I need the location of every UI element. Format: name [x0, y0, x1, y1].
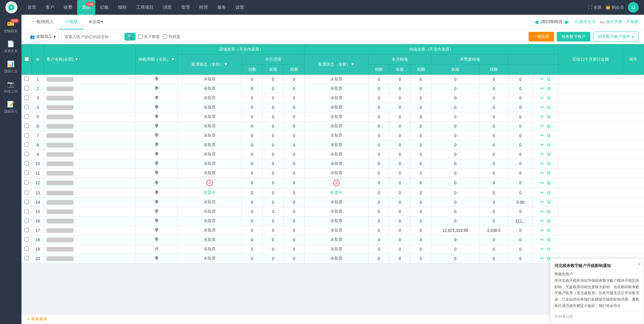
copy-action-icon[interactable]: ⧉ [547, 199, 550, 205]
edit-action-icon[interactable]: ✏ [540, 105, 544, 110]
row-checkbox-cell[interactable] [22, 112, 32, 122]
edit-action-icon[interactable]: ✏ [540, 209, 544, 214]
nav-operation[interactable]: 经营 [195, 0, 213, 15]
row-checkbox[interactable] [24, 161, 29, 166]
row-checkbox[interactable] [24, 114, 29, 119]
sub-account-checkbox-label[interactable]: 名下账套 [138, 34, 160, 40]
member-button[interactable]: 👑 购会员 [605, 5, 624, 10]
row-checkbox-cell[interactable] [22, 122, 32, 131]
copy-action-icon[interactable]: ⧉ [547, 123, 550, 129]
nav-tax[interactable]: 报税 [113, 0, 131, 15]
row-checkbox-cell[interactable] [22, 131, 32, 140]
row-checkbox-cell[interactable] [22, 75, 32, 84]
nav-tickets[interactable]: 票据 new [77, 0, 95, 15]
row-checkbox-cell[interactable] [22, 226, 32, 235]
sub-account-checkbox[interactable] [138, 35, 143, 39]
sidebar-item-invoice-open[interactable]: 📄 发票开具 [1, 38, 20, 56]
copy-action-icon[interactable]: ⧉ [547, 105, 550, 110]
edit-action-icon[interactable]: ✏ [540, 123, 544, 129]
row-checkbox-cell[interactable] [22, 216, 32, 226]
edit-action-icon[interactable]: ✏ [540, 180, 544, 186]
one-click-fetch-button[interactable]: 一键取票 [529, 32, 554, 42]
row-checkbox-cell[interactable] [22, 150, 32, 159]
row-checkbox[interactable] [24, 142, 29, 147]
copy-action-icon[interactable]: ⧉ [547, 133, 550, 138]
row-checkbox[interactable] [24, 124, 29, 128]
nav-service[interactable]: 服务 [213, 0, 231, 15]
copy-action-icon[interactable]: ⧉ [547, 95, 550, 101]
copy-action-icon[interactable]: ⧉ [547, 161, 550, 166]
col-header-period[interactable]: 纳税周期（全部）▼ [136, 45, 178, 75]
row-checkbox[interactable] [24, 77, 29, 81]
sidebar-item-ticket-summary[interactable]: 📊 票据汇总 [1, 58, 20, 76]
copy-action-icon[interactable]: ⧉ [547, 76, 550, 82]
user-avatar[interactable]: U [628, 2, 639, 13]
refresh-link[interactable]: ↺ 刷新 [626, 19, 639, 25]
row-checkbox-cell[interactable] [22, 207, 32, 216]
edit-action-icon[interactable]: ✏ [540, 76, 544, 82]
tab-small-scale[interactable]: 小规模 [59, 15, 83, 29]
row-checkbox[interactable] [24, 152, 29, 156]
row-checkbox[interactable] [24, 190, 29, 195]
row-checkbox[interactable] [24, 95, 29, 100]
prev-month-button[interactable]: ◀ [534, 19, 538, 25]
row-checkbox-cell[interactable] [22, 159, 32, 169]
notice-close-button[interactable]: ✕ [638, 261, 641, 268]
copy-action-icon[interactable]: ⧉ [547, 228, 550, 233]
edit-action-icon[interactable]: ✏ [540, 237, 544, 242]
row-checkbox[interactable] [24, 256, 29, 260]
row-checkbox-cell[interactable] [22, 188, 32, 198]
row-checkbox-cell[interactable] [22, 169, 32, 178]
copy-action-icon[interactable]: ⧉ [547, 190, 550, 195]
edit-action-icon[interactable]: ✏ [540, 170, 544, 176]
edit-action-icon[interactable]: ✏ [540, 151, 544, 157]
copy-action-icon[interactable]: ⧉ [547, 114, 550, 119]
nav-settings[interactable]: 设置 [231, 0, 249, 15]
nav-accounting[interactable]: 记账 [95, 0, 113, 15]
edit-action-icon[interactable]: ✏ [540, 133, 544, 138]
digital-tax-account-button[interactable]: 税务数字账户 [557, 32, 590, 42]
edit-action-icon[interactable]: ✏ [540, 199, 544, 205]
sidebar-item-smart-ticket[interactable]: 🎫 智能取票 new [1, 17, 20, 36]
edit-action-icon[interactable]: ✏ [540, 95, 544, 101]
row-checkbox-cell[interactable] [22, 245, 32, 254]
row-checkbox-cell[interactable] [22, 84, 32, 93]
row-checkbox[interactable] [24, 237, 29, 242]
edit-action-icon[interactable]: ✏ [540, 246, 544, 252]
nav-fees[interactable]: 收费 [59, 0, 77, 15]
sidebar-item-scan-upload[interactable]: 📷 扫描上传 [1, 78, 20, 96]
copy-action-icon[interactable]: ⧉ [547, 170, 550, 176]
row-checkbox[interactable] [24, 171, 29, 175]
select-all-checkbox[interactable] [24, 57, 29, 61]
edit-action-icon[interactable]: ✏ [540, 86, 544, 91]
row-checkbox-cell[interactable] [22, 235, 32, 245]
row-checkbox-cell[interactable] [22, 254, 32, 263]
copy-action-icon[interactable]: ⧉ [547, 180, 550, 186]
copy-action-icon[interactable]: ⧉ [547, 218, 550, 223]
row-checkbox-cell[interactable] [22, 103, 32, 112]
copy-action-icon[interactable]: ⧉ [547, 151, 550, 157]
tax-disk-checkbox[interactable] [163, 35, 167, 39]
copy-action-icon[interactable]: ⧉ [547, 86, 550, 91]
tab-general-taxpayer[interactable]: 一般纳税人 [27, 15, 59, 29]
row-checkbox[interactable] [24, 200, 29, 204]
row-checkbox[interactable] [24, 105, 29, 109]
row-checkbox[interactable] [24, 209, 29, 213]
row-checkbox[interactable] [24, 218, 29, 223]
row-checkbox-cell[interactable] [22, 93, 32, 103]
edit-action-icon[interactable]: ✏ [540, 218, 544, 223]
nav-message[interactable]: 消息 [158, 0, 176, 15]
row-checkbox[interactable] [24, 86, 29, 90]
operation-manual-link[interactable]: 📖 操作手册 [600, 19, 622, 25]
fullscreen-button[interactable]: ⛶ 全屏 [588, 5, 601, 10]
digital-tax-operations-button[interactable]: 税务数字账户操作 ▾ [593, 31, 639, 42]
col-header-out-status[interactable]: 取票状态（全部）▼ [305, 55, 368, 75]
tab-all[interactable]: ⊕ 全能 ▾ [83, 15, 109, 29]
col-header-name[interactable]: 客户名称(全部) ▼ [44, 45, 136, 75]
tax-disk-checkbox-label[interactable]: 有税盘 [163, 34, 180, 40]
row-checkbox[interactable] [24, 228, 29, 232]
edit-action-icon[interactable]: ✏ [540, 161, 544, 166]
col-header-in-status[interactable]: 取票状态（全部）▼ [178, 55, 241, 75]
nav-manage[interactable]: 管理 [176, 0, 195, 15]
next-month-button[interactable]: ▶ [565, 19, 569, 25]
